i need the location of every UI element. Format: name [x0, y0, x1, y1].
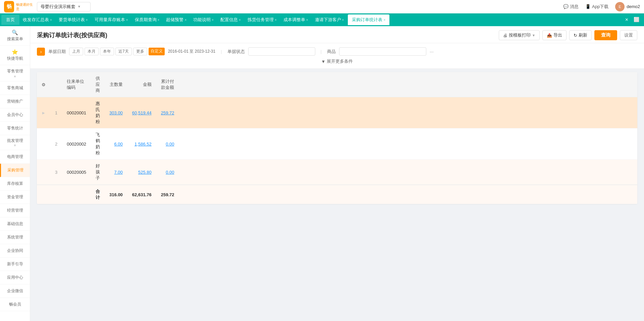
filter-toggle-btn[interactable]: › — [37, 48, 45, 56]
sidebar-item-appcenter[interactable]: 应用中心 — [0, 271, 30, 284]
cell-qty[interactable]: 303.00 — [105, 97, 127, 128]
tab-chaochuyujing-close[interactable]: × — [184, 18, 186, 22]
sidebar-item-finance[interactable]: 资金管理 — [0, 191, 30, 204]
sidebar-item-inventory[interactable]: 库存核算 — [0, 177, 30, 191]
cell-paid[interactable]: 0.00 — [156, 128, 179, 160]
date-shortcuts: 上月 本月 本年 近7天 更多 自定义 — [69, 48, 165, 55]
sidebar-item-quicknav[interactable]: ⭐ 快捷导航 — [0, 46, 30, 65]
sidebar-item-purchase[interactable]: 采购管理 — [0, 164, 30, 177]
tab-chengben[interactable]: 成本调整单 × — [280, 15, 312, 25]
refresh-btn[interactable]: ↻ 刷新 — [569, 30, 592, 40]
tab-home[interactable]: 首页 — [1, 15, 19, 25]
search-icon: 🔍 — [12, 30, 18, 36]
tab-chaochuyujing[interactable]: 超储预警 × — [163, 15, 190, 25]
user-name: demo2 — [627, 4, 640, 9]
col-extra — [179, 72, 637, 97]
nav-tabs: 首页 收发存汇总表 × 要货单统计表 × 可用量库存账本 × 保质期查询 × 超… — [0, 13, 644, 26]
table-row[interactable]: 3 00020005 好孩子 7.00 525.80 0.00 — [37, 160, 637, 185]
expand-filter-btn[interactable]: ▼ 展开更多条件 — [321, 58, 353, 64]
page-header: 采购订单统计表(按供应商) 🖨 按模板打印 ▼ 📤 导出 ↻ 刷新 查询 设置 — [30, 26, 644, 43]
row-expand[interactable] — [37, 160, 50, 185]
cell-amount[interactable]: 1,586.52 — [127, 128, 156, 160]
sidebar-item-retailstat[interactable]: 零售统计 — [0, 122, 30, 135]
tab-caigou[interactable]: 采购订单统计表 × — [348, 14, 389, 25]
sidebar-system-label: 系统管理 — [7, 234, 23, 240]
table-row[interactable]: ▶ 1 00020001 惠氏奶粉 303.00 60,519.44 259.7… — [37, 97, 637, 128]
goods-input[interactable] — [339, 47, 426, 56]
row-expand[interactable] — [37, 128, 50, 160]
tab-shoufacun[interactable]: 收发存汇总表 × — [19, 15, 55, 25]
tab-tuohuo-close[interactable]: × — [275, 18, 277, 22]
sidebar-item-members[interactable]: 会员中心 — [0, 108, 30, 122]
export-icon: 📤 — [547, 33, 552, 38]
table-row[interactable]: 2 00020002 飞鹤奶粉 6.00 1,586.52 0.00 — [37, 128, 637, 160]
cell-paid[interactable]: 0.00 — [156, 160, 179, 185]
col-qty: 主数量 — [105, 72, 127, 97]
tab-kuyun-close[interactable]: × — [126, 18, 128, 22]
date-custom-badge[interactable]: 自定义 — [149, 48, 165, 55]
export-btn[interactable]: 📤 导出 — [542, 30, 567, 40]
col-settings[interactable]: ⚙ — [37, 72, 50, 97]
date-range-display: 2016-01-01 至 2023-12-31 — [168, 49, 215, 54]
tab-gongneng-close[interactable]: × — [212, 18, 214, 22]
refresh-icon: ↻ — [574, 33, 577, 38]
row-num: 2 — [50, 128, 62, 160]
sidebar-item-retailshop[interactable]: 零售商城 — [0, 82, 30, 95]
date-btn-this-year[interactable]: 本年 — [100, 48, 114, 55]
tab-yaohuo[interactable]: 要货单统计表 × — [55, 15, 91, 25]
sidebar-item-ecommerce[interactable]: 电商管理 — [0, 150, 30, 164]
date-btn-this-month[interactable]: 本月 — [85, 48, 99, 55]
sidebar-members-label: 会员中心 — [7, 112, 23, 118]
sidebar-item-newguide[interactable]: 新手引导 — [0, 258, 30, 271]
tab-baozhi[interactable]: 保质期查询 × — [131, 15, 163, 25]
tab-kuyun[interactable]: 可用量库存账本 × — [91, 15, 131, 25]
tab-yaohuo-close[interactable]: × — [86, 18, 88, 22]
cell-paid[interactable]: 259.72 — [156, 97, 179, 128]
status-select[interactable] — [248, 47, 315, 56]
tab-baozhi-close[interactable]: × — [158, 18, 160, 22]
tab-chengben-close[interactable]: × — [306, 18, 308, 22]
sidebar-item-enterprise[interactable]: 企业协同 — [0, 244, 30, 258]
sidebar-item-retail[interactable]: 零售管理 ▲ — [0, 65, 30, 82]
workspace-selector[interactable]: 母婴行业演示账套 ▼ — [37, 2, 91, 11]
sidebar-inventory-label: 库存核算 — [7, 181, 23, 186]
sidebar-item-search[interactable]: 🔍 搜索菜单 — [0, 26, 30, 46]
date-btn-more[interactable]: 更多 — [133, 48, 147, 55]
sidebar-item-wechat[interactable]: 企业微信 — [0, 284, 30, 298]
user-area[interactable]: E demo2 — [615, 2, 640, 11]
date-btn-7days[interactable]: 近7天 — [115, 48, 132, 55]
expand-icon: ▲ — [13, 74, 17, 78]
tab-yaoqing[interactable]: 邀请下游客户 × — [312, 15, 347, 25]
tab-peizhi-close[interactable]: × — [239, 18, 241, 22]
cell-amount[interactable]: 525.80 — [127, 160, 156, 185]
cell-amount[interactable]: 60,519.44 — [127, 97, 156, 128]
sidebar-newguide-label: 新手引导 — [7, 261, 23, 267]
tab-tuohuo[interactable]: 拣货任务管理 × — [244, 15, 280, 25]
settings-btn[interactable]: 设置 — [620, 30, 637, 40]
sidebar-item-wholesale[interactable]: 批发管理 ▼ — [0, 135, 30, 150]
messages-btn[interactable]: 💬 消息 — [563, 4, 579, 10]
tab-yaoqing-close[interactable]: × — [342, 18, 344, 22]
cell-qty[interactable]: 7.00 — [105, 160, 127, 185]
data-table: ⚙ 往来单位编码 供应商 主数量 金额 累计付款金额 ▶ 1 — [37, 72, 637, 204]
row-expand[interactable]: ▶ — [37, 97, 50, 128]
tab-caigou-close[interactable]: × — [383, 18, 385, 22]
sidebar-item-vip[interactable]: 畅会员 — [0, 298, 30, 311]
sidebar-item-basic[interactable]: 基础信息 — [0, 217, 30, 231]
sidebar-item-marketing[interactable]: 营销推广 — [0, 95, 30, 108]
cell-supplier-name: 惠氏奶粉 — [91, 97, 105, 128]
sidebar-item-system[interactable]: 系统管理 — [0, 231, 30, 244]
cell-qty[interactable]: 6.00 — [105, 128, 127, 160]
footer-paid: 259.72 — [156, 185, 179, 204]
window-close-btn[interactable]: × — [623, 16, 630, 23]
template-print-btn[interactable]: 🖨 按模板打印 ▼ — [499, 30, 540, 40]
tab-gongneng[interactable]: 功能说明 × — [190, 15, 217, 25]
search-btn[interactable]: 查询 — [594, 30, 617, 40]
more-options-icon[interactable]: ··· — [430, 49, 434, 54]
sidebar-item-operations[interactable]: 经营管理 — [0, 204, 30, 217]
window-max-btn[interactable]: ⬜ — [632, 16, 641, 23]
app-download-btn[interactable]: 📱 App下载 — [585, 4, 608, 10]
date-btn-last-month[interactable]: 上月 — [69, 48, 83, 55]
tab-peizhi[interactable]: 配置信息 × — [217, 15, 244, 25]
tab-shoufacun-close[interactable]: × — [50, 18, 52, 22]
